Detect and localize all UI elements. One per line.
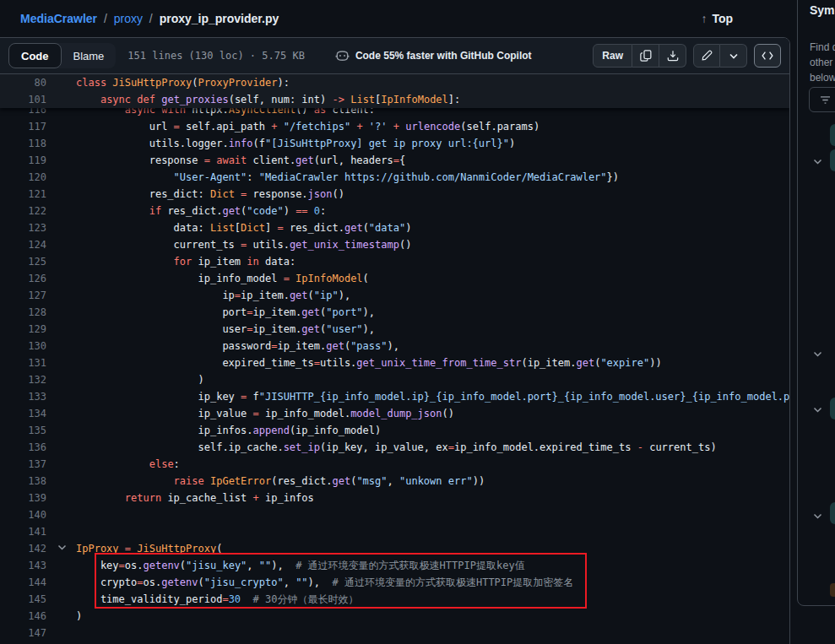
chevron-down-icon[interactable] [813,507,822,522]
code-text: utils.logger.info(f"[JiSuHttpProxy] get … [76,135,789,152]
code-text: response = await client.get(url, headers… [76,152,789,169]
code-line: 123 data: List[Dict] = res_dict.get("dat… [0,219,789,236]
code-text: for ip_item in data: [76,253,789,270]
line-number[interactable]: 119 [0,152,46,169]
gutter-spacer [46,236,76,253]
copy-icon [640,50,652,62]
symbol-pill[interactable] [830,398,835,419]
line-number[interactable]: 147 [0,625,46,641]
download-button[interactable] [659,44,686,68]
symbols-panel-description: Find definitions and references for func… [810,40,835,85]
gutter-spacer [46,354,76,371]
code-text: data: List[Dict] = res_dict.get("data") [76,219,789,236]
gutter-spacer [46,456,76,473]
line-number[interactable]: 129 [0,321,46,338]
gutter-spacer [46,91,76,108]
edit-group [693,44,747,68]
copilot-banner[interactable]: Code 55% faster with GitHub Copilot [335,49,532,63]
line-number[interactable]: 143 [0,557,46,574]
sticky-context-lines[interactable]: 80class JiSuHttpProxy(ProxyProvider):101… [0,74,789,108]
line-number[interactable]: 125 [0,253,46,270]
symbol-pill[interactable] [830,149,835,171]
line-number[interactable]: 128 [0,304,46,321]
code-line: 126 ip_info_model = IpInfoModel( [0,270,789,287]
line-number[interactable]: 131 [0,354,46,371]
line-number[interactable]: 135 [0,422,46,439]
line-number[interactable]: 145 [0,591,46,608]
gutter-spacer [46,371,76,388]
line-number[interactable]: 137 [0,456,46,473]
symbol-pill[interactable] [830,124,835,146]
code-viewer: 80class JiSuHttpProxy(ProxyProvider):101… [0,74,789,644]
edit-dropdown-button[interactable] [720,44,747,68]
code-text: ip_key = f"JISUHTTP_{ip_info_model.ip}_{… [76,388,789,405]
code-text: async def get_proxies(self, num: int) ->… [76,91,789,108]
line-number[interactable]: 134 [0,405,46,422]
line-number[interactable]: 142 [0,540,46,557]
line-number[interactable]: 118 [0,135,46,152]
code-text [76,625,789,641]
line-number[interactable]: 141 [0,523,46,540]
line-number[interactable]: 146 [0,608,46,625]
code-line: 133 ip_key = f"JISUHTTP_{ip_info_model.i… [0,388,789,405]
line-number[interactable]: 123 [0,219,46,236]
symbols-filter-input[interactable] [809,87,835,112]
code-text: return ip_cache_list + ip_infos [76,490,789,506]
symbol-pill[interactable] [830,583,835,597]
line-number[interactable]: 133 [0,388,46,405]
file-toolbar: Code Blame 151 lines (130 loc) · 5.75 KB… [0,38,789,74]
line-number[interactable]: 140 [0,506,46,523]
line-number[interactable]: 120 [0,169,46,186]
breadcrumb-repo-link[interactable]: MediaCrawler [20,12,97,25]
chevron-down-icon[interactable] [813,345,822,360]
code-text: "User-Agent": "MediaCrawler https://gith… [76,169,789,186]
chevron-down-icon[interactable] [813,401,822,416]
edit-button[interactable] [693,44,720,68]
chevron-down-icon[interactable] [57,544,67,550]
line-number[interactable]: 136 [0,439,46,456]
gutter-spacer [46,74,76,91]
gutter-spacer [46,253,76,270]
code-text: if res_dict.get("code") == 0: [76,203,789,219]
symbols-toggle-button[interactable] [754,44,781,68]
line-number[interactable]: 126 [0,270,46,287]
gutter-spacer [46,388,76,405]
line-number[interactable]: 122 [0,203,46,219]
code-line: 120 "User-Agent": "MediaCrawler https://… [0,169,789,186]
code-line: 119 response = await client.get(url, hea… [0,152,789,169]
line-number[interactable]: 124 [0,236,46,253]
code-line: 116 async with httpx.AsyncClient() as cl… [0,108,789,118]
filter-icon [820,95,831,105]
raw-button[interactable]: Raw [593,44,632,68]
line-number[interactable]: 121 [0,186,46,203]
line-number[interactable]: 101 [0,91,46,108]
symbol-pill[interactable] [830,502,835,524]
line-number[interactable]: 144 [0,574,46,591]
line-number[interactable]: 127 [0,287,46,304]
line-number[interactable]: 130 [0,338,46,354]
copy-button[interactable] [632,44,659,68]
code-text: expired_time_ts=utils.get_unix_time_from… [76,354,789,371]
gutter-spacer [46,405,76,422]
gutter-spacer [46,473,76,490]
back-to-top-button[interactable]: ↑ Top [701,12,733,25]
gutter-spacer [46,287,76,304]
chevron-down-icon[interactable] [813,153,822,168]
copilot-icon [335,49,350,63]
tab-blame[interactable]: Blame [62,50,117,62]
gutter-spacer [46,574,76,591]
code-line: 124 current_ts = utils.get_unix_timestam… [0,236,789,253]
line-number[interactable]: 80 [0,74,46,91]
fold-toggle[interactable] [46,540,76,557]
breadcrumb-folder-link[interactable]: proxy [114,12,143,25]
gutter-spacer [46,591,76,608]
code-line: 127 ip=ip_item.get("ip"), [0,287,789,304]
line-number[interactable]: 117 [0,118,46,135]
line-number[interactable]: 116 [0,108,46,118]
line-number[interactable]: 138 [0,473,46,490]
gutter-spacer [46,625,76,641]
tab-code[interactable]: Code [8,43,62,68]
line-number[interactable]: 139 [0,490,46,506]
line-number[interactable]: 132 [0,371,46,388]
breadcrumb-bar: MediaCrawler / proxy / proxy_ip_provider… [0,0,797,37]
